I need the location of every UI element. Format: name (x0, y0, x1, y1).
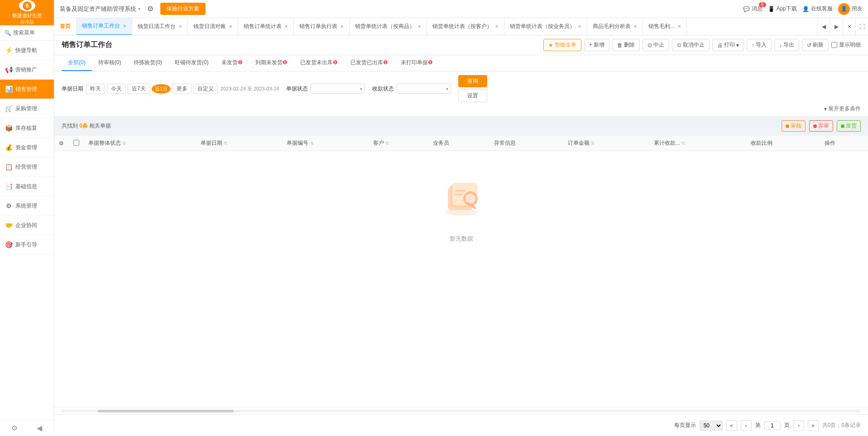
tab-prev-btn[interactable]: ◀ (817, 18, 830, 35)
cancel-pause-btn[interactable]: ⊙ 取消中止 (672, 39, 710, 51)
sidebar-item-purchase[interactable]: 🛒 采购管理 (0, 99, 54, 118)
import-btn[interactable]: ↑ 导入 (747, 39, 772, 51)
tab-close-sales-stat-product[interactable]: ✕ (417, 24, 421, 29)
message-btn[interactable]: 💬 6 消息 (743, 5, 762, 13)
sidebar-item-basic[interactable]: 📑 基础信息 (0, 177, 54, 196)
tab-sales-workbench[interactable]: 销售订单工作台 ✕ (77, 18, 132, 35)
page-prev-btn[interactable]: ‹ (741, 420, 752, 431)
tab-sales-more[interactable]: 销售毛利... ✕ (643, 18, 687, 35)
set-btn[interactable]: 设置 (458, 89, 487, 102)
th-date[interactable]: 单据日期 ⇅ (196, 136, 282, 151)
scroll-track[interactable] (62, 410, 861, 412)
th-abnormal[interactable]: 异常信息 (489, 136, 563, 151)
subtab-expired-not-shipped[interactable]: 到期未发货❶ (249, 55, 294, 71)
tab-close-sales-stat[interactable]: ✕ (284, 24, 288, 29)
date-more-btn[interactable]: 更多 (173, 84, 192, 94)
tab-close-sales-workbench[interactable]: ✕ (123, 24, 126, 28)
pause-btn[interactable]: ⊙ 中止 (643, 39, 669, 51)
sidebar-item-inventory[interactable]: 📦 库存核算 (0, 118, 54, 138)
tab-close-cash-daily[interactable]: ✕ (178, 24, 182, 29)
th-amount[interactable]: 订单金额 ⇅ (563, 136, 649, 151)
smart-generate-btn[interactable]: ★ 智能生单 (543, 39, 581, 51)
refresh-btn[interactable]: ↺ 刷新 (802, 39, 829, 51)
th-checkbox[interactable] (69, 136, 84, 151)
tab-close-cash-reconcile[interactable]: ✕ (229, 24, 232, 29)
new-btn[interactable]: + 新增 (584, 39, 609, 51)
tab-expand-btn[interactable]: ⛶ (855, 18, 868, 35)
show-detail-checkbox[interactable] (831, 42, 837, 48)
tab-close-gross-profit[interactable]: ✕ (633, 24, 637, 29)
sidebar-item-quick-nav[interactable]: ⚡ 快捷导航 (0, 41, 54, 60)
tab-close-sales-exec[interactable]: ✕ (340, 24, 344, 29)
tab-sales-exec[interactable]: 销售订单执行表 ✕ (294, 18, 350, 35)
th-settings[interactable]: ⚙ (54, 136, 69, 151)
collapse-btn[interactable]: ◀ (29, 424, 51, 432)
export-btn[interactable]: ↓ 导出 (774, 39, 799, 51)
user-menu-btn[interactable]: 👤 用友 (838, 3, 863, 15)
tab-close-sales-more[interactable]: ✕ (677, 24, 681, 29)
page-num-input[interactable] (764, 421, 781, 430)
sidebar-item-sales[interactable]: 📊 销售管理 (0, 80, 54, 99)
page-last-btn[interactable]: » (808, 420, 819, 431)
sidebar-search[interactable]: 🔍 搜索菜单 (0, 25, 54, 41)
subtab-pending-audit[interactable]: 待审核(0) (92, 55, 128, 71)
tab-close-sales-stat-staff[interactable]: ✕ (578, 24, 581, 29)
subtab-pending-inspect[interactable]: 待拣验货(0) (127, 55, 168, 71)
subtab-shipped-out[interactable]: 已发货已出库❶ (344, 55, 394, 71)
sidebar-item-enterprise[interactable]: 🤝 企业协同 (0, 216, 54, 235)
topbar-settings-btn[interactable]: ⚙ (144, 3, 157, 15)
settings-bottom-btn[interactable]: ⚙ (4, 424, 25, 432)
subtab-wangpu[interactable]: 旺铺待发货(0) (168, 55, 215, 71)
sidebar-item-system[interactable]: ⚙ 系统管理 (0, 196, 54, 216)
tab-close-all-btn[interactable]: ✕ (843, 18, 855, 35)
th-customer[interactable]: 客户 ⇅ (369, 136, 429, 151)
query-btn[interactable]: 查询 (458, 75, 487, 87)
th-collected[interactable]: 累计收款... ⇅ (649, 136, 746, 151)
tab-sales-stat-staff[interactable]: 销货单统计表（按业务员） ✕ (504, 18, 587, 35)
subtab-not-printed[interactable]: 未打印单据❶ (394, 55, 439, 71)
scroll-thumb[interactable] (98, 410, 234, 412)
th-staff[interactable]: 业务员 (428, 136, 489, 151)
status-select[interactable] (311, 84, 365, 94)
tab-cash-daily[interactable]: 钱货日清工作台 ✕ (132, 18, 188, 35)
audit-btn[interactable]: 审核 (782, 120, 806, 132)
ship-btn[interactable]: 发货 (837, 120, 861, 132)
subtab-not-shipped[interactable]: 未发货❶ (215, 55, 249, 71)
subtab-shipped-not-out[interactable]: 已发货未出库❶ (294, 55, 344, 71)
sidebar-item-guide[interactable]: 🎯 新手引导 (0, 235, 54, 255)
tab-close-sales-stat-customer[interactable]: ✕ (495, 24, 499, 29)
date-custom-btn[interactable]: 自定义 (193, 84, 218, 94)
page-next-btn[interactable]: › (793, 420, 804, 431)
collection-select[interactable] (397, 84, 451, 94)
system-title-dropdown[interactable]: 装备及固定资产辅助管理系统 ▾ (60, 5, 140, 13)
th-status[interactable]: 单据整体状态 ⇅ (84, 136, 196, 151)
star-icon: ★ (548, 42, 553, 48)
online-service-btn[interactable]: 👤 在线客服 (802, 5, 833, 13)
print-btn[interactable]: 🖨 打印 ▾ (712, 39, 744, 51)
sidebar-item-marketing[interactable]: 📢 营销推广 (0, 60, 54, 80)
page-first-btn[interactable]: « (726, 420, 737, 431)
tab-next-btn[interactable]: ▶ (830, 18, 843, 35)
subtab-all[interactable]: 全部(0) (62, 55, 92, 71)
tab-sales-stat-product[interactable]: 销货单统计表（按商品） ✕ (350, 18, 427, 35)
tab-gross-profit[interactable]: 商品毛利分析表 ✕ (587, 18, 643, 35)
sidebar-item-operation[interactable]: 📋 经营管理 (0, 157, 54, 177)
date-yesterday-btn[interactable]: 昨天 (86, 84, 105, 94)
cancel-audit-btn[interactable]: 弃审 (809, 120, 833, 132)
app-download-btn[interactable]: 📱 App下载 (768, 5, 797, 13)
sidebar-item-finance[interactable]: 💰 资金管理 (0, 138, 54, 157)
delete-btn[interactable]: 🗑 删除 (612, 39, 640, 51)
show-detail-label[interactable]: 显示明细 (831, 41, 861, 49)
select-all-checkbox[interactable] (73, 140, 79, 146)
date-1month-btn[interactable]: 近1月 (152, 84, 171, 94)
tab-sales-stat-customer[interactable]: 销货单统计表（按客户） ✕ (427, 18, 504, 35)
th-number[interactable]: 单据编号 ⇅ (282, 136, 368, 151)
tab-cash-reconcile[interactable]: 钱货日清对账 ✕ (188, 18, 238, 35)
expand-btn[interactable]: ▾ 展开更多条件 (824, 105, 861, 113)
per-page-select[interactable]: 50 100 200 (700, 421, 723, 431)
date-7days-btn[interactable]: 近7天 (128, 84, 150, 94)
tab-home[interactable]: 首页 (54, 18, 77, 35)
industry-solution-btn[interactable]: 体验行业方案 (160, 3, 206, 15)
date-today-btn[interactable]: 今天 (107, 84, 126, 94)
tab-sales-stat[interactable]: 销售订单统计表 ✕ (238, 18, 294, 35)
